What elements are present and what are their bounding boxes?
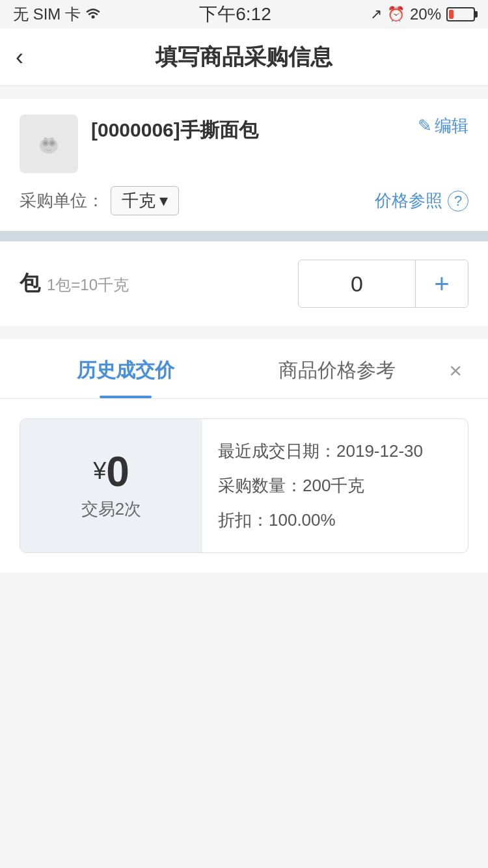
history-trades-count: 交易2次: [81, 498, 141, 521]
price-value: 0: [106, 451, 129, 493]
discount-value: 100.00%: [269, 510, 336, 530]
tab-history-price[interactable]: 历史成交价: [20, 339, 231, 398]
recent-date-row: 最近成交日期：2019-12-30: [218, 439, 452, 464]
svg-point-5: [51, 142, 54, 145]
history-card: ¥ 0 交易2次 最近成交日期：2019-12-30 采购数量：200千克 折扣…: [20, 418, 468, 553]
quantity-unit: 包: [20, 269, 40, 298]
product-name: [0000006]手撕面包: [91, 117, 258, 144]
tab-price-ref-label: 商品价格参考: [278, 359, 396, 381]
alarm-icon: ⏰: [387, 6, 405, 23]
tab-price-reference[interactable]: 商品价格参考: [231, 339, 442, 398]
history-card-right: 最近成交日期：2019-12-30 采购数量：200千克 折扣：100.00%: [202, 419, 468, 552]
quantity-conversion: 1包=10千克: [47, 275, 129, 295]
svg-point-1: [40, 138, 58, 154]
quantity-label: 包 1包=10千克: [20, 269, 129, 298]
svg-point-0: [92, 16, 95, 19]
page-background: [0, 573, 488, 868]
tabs-header: 历史成交价 商品价格参考 ×: [0, 339, 488, 398]
quantity-input[interactable]: [299, 260, 416, 307]
purchase-unit-label: 采购单位：: [20, 189, 104, 212]
page-title: 填写商品采购信息: [156, 42, 332, 72]
history-card-left: ¥ 0 交易2次: [20, 419, 202, 552]
product-thumbnail: [20, 115, 78, 173]
product-card: [0000006]手撕面包 ✎ 编辑 采购单位： 千克 ▾ 价格参照 ?: [0, 99, 488, 231]
battery-percent: 20%: [410, 5, 441, 23]
tabs-container: 历史成交价 商品价格参考 ×: [0, 339, 488, 399]
status-left: 无 SIM 卡: [13, 4, 100, 25]
dropdown-icon: ▾: [159, 191, 168, 211]
discount-row: 折扣：100.00%: [218, 508, 452, 533]
product-header: [0000006]手撕面包 ✎ 编辑: [20, 115, 468, 173]
history-price-display: ¥ 0: [93, 451, 129, 493]
discount-label: 折扣：: [218, 510, 269, 530]
product-info: [0000006]手撕面包: [91, 115, 258, 144]
price-symbol: ¥: [93, 457, 106, 485]
location-icon: ↗: [370, 6, 382, 23]
status-right: ↗ ⏰ 20%: [370, 5, 475, 23]
tab-history-label: 历史成交价: [77, 359, 174, 381]
edit-label: 编辑: [435, 115, 468, 137]
svg-point-4: [44, 142, 47, 145]
quantity-control: +: [298, 260, 468, 308]
tabs-close-button[interactable]: ×: [442, 340, 468, 398]
quantity-row: 包 1包=10千克 +: [0, 241, 488, 326]
purchase-unit-left: 采购单位： 千克 ▾: [20, 186, 179, 215]
battery-icon: [446, 7, 475, 21]
nav-bar: ‹ 填写商品采购信息: [0, 29, 488, 86]
purchase-qty-row: 采购数量：200千克: [218, 473, 452, 498]
recent-date-value: 2019-12-30: [336, 441, 423, 461]
carrier-label: 无 SIM 卡: [13, 4, 81, 25]
purchase-qty-value: 200千克: [303, 476, 364, 495]
status-bar: 无 SIM 卡 下午6:12 ↗ ⏰ 20%: [0, 0, 488, 29]
price-ref-label: 价格参照: [375, 189, 442, 212]
status-time: 下午6:12: [199, 2, 271, 27]
unit-value: 千克: [122, 189, 156, 212]
help-icon: ?: [448, 191, 468, 211]
quantity-plus-button[interactable]: +: [416, 260, 468, 307]
sim-icon: [86, 5, 100, 23]
purchase-unit-row: 采购单位： 千克 ▾ 价格参照 ?: [20, 186, 468, 215]
section-divider: [0, 231, 488, 241]
recent-date-label: 最近成交日期：: [218, 441, 336, 461]
purchase-qty-label: 采购数量：: [218, 476, 303, 495]
product-left: [0000006]手撕面包: [20, 115, 258, 173]
price-ref-button[interactable]: 价格参照 ?: [375, 189, 468, 212]
back-button[interactable]: ‹: [16, 44, 23, 71]
product-logo: [33, 128, 65, 160]
unit-select[interactable]: 千克 ▾: [111, 186, 179, 215]
history-content: ¥ 0 交易2次 最近成交日期：2019-12-30 采购数量：200千克 折扣…: [0, 399, 488, 573]
edit-button[interactable]: ✎ 编辑: [418, 115, 468, 137]
edit-icon: ✎: [418, 116, 432, 136]
